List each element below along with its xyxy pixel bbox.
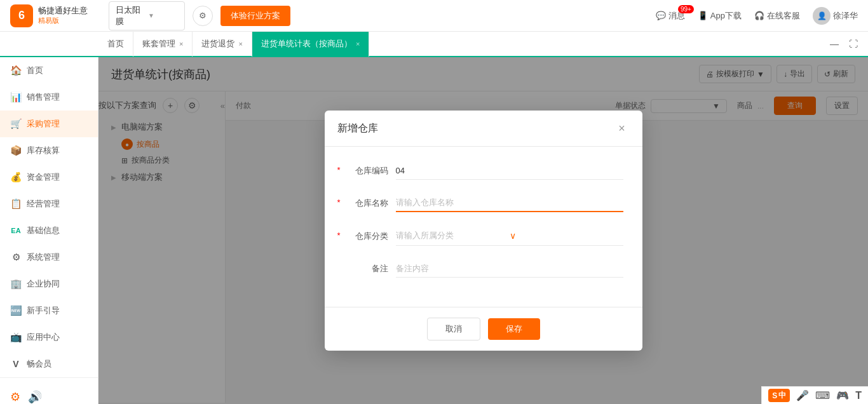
form-row-code: 仓库编码 — [344, 162, 623, 180]
code-label: 仓库编码 — [344, 165, 388, 177]
sidebar-item-base[interactable]: EA 基础信息 — [0, 217, 98, 244]
text-icon[interactable]: T — [855, 390, 862, 401]
modal-footer: 取消 保存 — [325, 307, 642, 351]
sidebar-item-enterprise[interactable]: 🏢 企业协同 — [0, 271, 98, 297]
system-icon: ⚙ — [10, 252, 22, 263]
sidebar-enterprise-label: 企业协同 — [27, 278, 60, 290]
brand-logo-btn[interactable]: S 中 — [768, 389, 790, 402]
tab-bar: 首页 账套管理 × 进货退货 × 进货单统计表（按商品） × — ⛶ — [0, 32, 868, 57]
add-warehouse-modal: 新增仓库 × 仓库编码 仓库名称 仓库分类 — [325, 111, 642, 351]
remark-label: 备注 — [344, 263, 388, 274]
settings-gear-button[interactable]: ⚙ — [193, 6, 213, 26]
phone-icon: 📱 — [698, 11, 708, 20]
sidebar-item-operation[interactable]: 📋 经营管理 — [0, 191, 98, 217]
tab-actions: — ⛶ — [826, 36, 868, 52]
guide-icon: 🆕 — [10, 305, 22, 316]
user-profile-item[interactable]: 👤 徐泽华 — [813, 7, 858, 25]
tab-home[interactable]: 首页 — [98, 31, 133, 57]
form-row-category: 仓库分类 请输入所属分类 ∨ — [344, 226, 623, 246]
sidebar-apps-label: 应用中心 — [27, 332, 60, 343]
sidebar-system-label: 系统管理 — [27, 252, 60, 263]
apps-icon: 📺 — [10, 332, 22, 343]
tab-purchase-stats[interactable]: 进货单统计表（按商品） × — [252, 31, 369, 57]
tab-home-label: 首页 — [107, 38, 124, 50]
message-badge: 99+ — [678, 5, 694, 13]
tab-purchase-return-label: 进货退货 — [201, 38, 234, 50]
trial-button[interactable]: 体验行业方案 — [220, 6, 290, 26]
content-area: 进货单统计(按商品) 🖨 按模板打印 ▼ ↓ 导出 ↺ 刷新 — [98, 57, 868, 404]
sidebar-item-guide[interactable]: 🆕 新手引导 — [0, 297, 98, 324]
category-placeholder: 请输入所属分类 — [396, 230, 510, 241]
finance-icon: 💰 — [10, 172, 22, 183]
logo-area: 6 畅捷通好生意 精易版 — [10, 4, 109, 27]
store-selector[interactable]: 日太阳膜 ▼ — [109, 1, 185, 30]
code-input[interactable] — [396, 162, 623, 180]
sidebar-item-purchase[interactable]: 🛒 采购管理 — [0, 111, 98, 137]
sidebar-base-label: 基础信息 — [27, 225, 60, 236]
operation-icon: 📋 — [10, 198, 22, 210]
mic-icon[interactable]: 🎤 — [796, 389, 809, 401]
name-input[interactable] — [396, 194, 623, 212]
modal-overlay[interactable]: 新增仓库 × 仓库编码 仓库名称 仓库分类 — [98, 57, 868, 404]
member-icon: V — [10, 358, 22, 370]
app-download-label: App下载 — [710, 10, 742, 22]
inventory-icon: 📦 — [10, 145, 22, 156]
sales-icon: 📊 — [10, 91, 22, 103]
top-header: 6 畅捷通好生意 精易版 日太阳膜 ▼ ⚙ 体验行业方案 💬 消息 99+ 📱 … — [0, 0, 868, 32]
sidebar-item-inventory[interactable]: 📦 库存核算 — [0, 137, 98, 164]
gamepad-icon[interactable]: 🎮 — [836, 389, 849, 401]
sidebar-purchase-label: 采购管理 — [27, 118, 60, 130]
brand-chinese-icon: 中 — [778, 390, 786, 401]
app-edition: 精易版 — [38, 16, 88, 25]
category-arrow-icon: ∨ — [510, 231, 623, 241]
sidebar-guide-label: 新手引导 — [27, 305, 60, 316]
tab-purchase-stats-label: 进货单统计表（按商品） — [261, 38, 352, 50]
sidebar-sound-icon[interactable]: 🔊 — [28, 390, 42, 404]
keyboard-icon[interactable]: ⌨ — [815, 389, 830, 401]
brand-s-icon: S — [772, 391, 777, 400]
store-selector-arrow-icon: ▼ — [148, 12, 178, 19]
sidebar-finance-label: 资金管理 — [27, 172, 60, 183]
sidebar-inventory-label: 库存核算 — [27, 145, 60, 156]
home-icon: 🏠 — [10, 65, 22, 76]
headphone-icon: 🎧 — [754, 11, 764, 20]
sidebar-home-label: 首页 — [27, 65, 43, 76]
sidebar-item-apps[interactable]: 📺 应用中心 — [0, 324, 98, 351]
sidebar-item-member[interactable]: V 畅会员 — [0, 351, 98, 377]
sidebar-item-system[interactable]: ⚙ 系统管理 — [0, 244, 98, 271]
app-logo-icon: 6 — [10, 4, 33, 27]
sidebar-item-sales[interactable]: 📊 销售管理 — [0, 84, 98, 111]
username: 徐泽华 — [833, 10, 858, 22]
app-download-item[interactable]: 📱 App下载 — [698, 10, 742, 22]
purchase-icon: 🛒 — [10, 118, 22, 130]
modal-close-button[interactable]: × — [614, 121, 630, 136]
category-select[interactable]: 请输入所属分类 ∨ — [396, 226, 623, 246]
tab-purchase-stats-close-icon[interactable]: × — [356, 40, 360, 48]
customer-service-label: 在线客服 — [767, 10, 800, 22]
cancel-button[interactable]: 取消 — [427, 318, 480, 340]
tab-minimize-icon[interactable]: — — [826, 36, 843, 52]
base-icon: EA — [10, 225, 22, 236]
form-row-remark: 备注 — [344, 260, 623, 278]
tab-expand-icon[interactable]: ⛶ — [845, 36, 862, 52]
modal-header: 新增仓库 × — [325, 111, 642, 147]
name-label: 仓库名称 — [344, 198, 388, 209]
header-right: 💬 消息 99+ 📱 App下载 🎧 在线客服 👤 徐泽华 — [656, 7, 858, 25]
app-name: 畅捷通好生意 — [38, 6, 88, 17]
form-row-name: 仓库名称 — [344, 194, 623, 212]
customer-service-item[interactable]: 🎧 在线客服 — [754, 10, 800, 22]
save-button[interactable]: 保存 — [488, 318, 540, 340]
modal-title: 新增仓库 — [337, 122, 614, 135]
tab-account[interactable]: 账套管理 × — [133, 31, 193, 57]
remark-input[interactable] — [396, 260, 623, 278]
sidebar-item-home[interactable]: 🏠 首页 — [0, 57, 98, 84]
tab-account-label: 账套管理 — [142, 38, 175, 50]
tab-account-close-icon[interactable]: × — [179, 40, 183, 48]
message-item[interactable]: 💬 消息 99+ — [656, 10, 685, 22]
sidebar-settings-icon[interactable]: ⚙ — [10, 390, 20, 404]
tab-purchase-return[interactable]: 进货退货 × — [193, 31, 252, 57]
bottom-bar: S 中 🎤 ⌨ 🎮 T — [761, 386, 868, 404]
tab-purchase-return-close-icon[interactable]: × — [238, 40, 242, 48]
modal-body: 仓库编码 仓库名称 仓库分类 请输入所属分类 ∨ — [325, 147, 642, 307]
sidebar-item-finance[interactable]: 💰 资金管理 — [0, 164, 98, 191]
